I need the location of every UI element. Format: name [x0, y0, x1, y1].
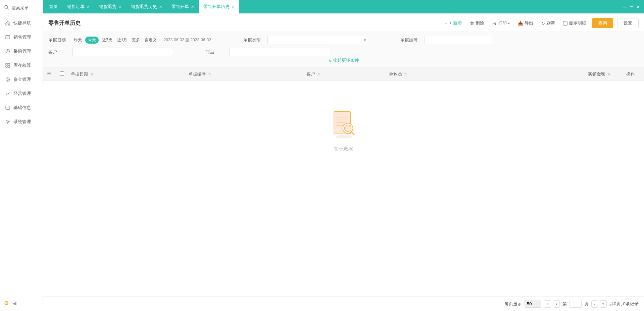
date-opt-1month[interactable]: 近1月	[116, 37, 129, 44]
content-area: 零售开单历史 ＋ + 新增 🗑 删除 🖨 打印 ▾ 📤 导出	[43, 13, 644, 311]
tab-retail-open-label: 零售开单	[171, 4, 189, 10]
doc-type-label: 单据类型	[243, 37, 262, 43]
collapse-up-icon: ∧	[328, 58, 332, 63]
inventory-icon	[5, 62, 11, 68]
delete-button[interactable]: 🗑 删除	[468, 19, 486, 28]
empty-state: 暂无数据	[43, 81, 644, 179]
date-sort-icon[interactable]: ⇅	[90, 72, 93, 76]
date-opt-7days[interactable]: 近7天	[101, 37, 114, 44]
doc-number-label: 单据编号	[400, 37, 419, 43]
svg-rect-9	[8, 66, 10, 67]
search-icon	[4, 5, 9, 11]
salesperson-sort-icon[interactable]: ⇅	[404, 72, 407, 76]
next-page-button[interactable]: ›	[591, 300, 597, 308]
column-settings[interactable]	[43, 68, 56, 81]
tab-sales-return-history-label: 销货退货历史	[131, 4, 157, 10]
sidebar-item-purchase-label: 采购管理	[13, 48, 31, 54]
tab-sales-order[interactable]: 销售订单 ✕	[62, 0, 94, 13]
filter-row-2: 客户 ... 商品 ...	[48, 48, 639, 56]
svg-point-15	[48, 73, 50, 74]
column-actions-label: 操作	[626, 71, 635, 76]
tab-retail-open-history[interactable]: 零售开单历史 ✕	[199, 0, 239, 13]
date-opt-custom[interactable]: 自定义	[143, 37, 158, 44]
sidebar-item-inventory-label: 库存核算	[13, 62, 31, 68]
customer-filter-label: 客户	[48, 49, 67, 55]
sidebar-item-sales-mgmt[interactable]: 销售管理	[0, 30, 43, 44]
date-opt-more[interactable]: 更多	[131, 37, 141, 44]
sidebar-item-purchase-mgmt[interactable]: 采购管理	[0, 44, 43, 58]
sidebar-bottom: ⚙ ◀	[0, 295, 43, 311]
sidebar-item-operations[interactable]: 经营管理	[0, 87, 43, 101]
tab-retail-open-close[interactable]: ✕	[191, 5, 194, 9]
sidebar-search[interactable]: 搜索采单	[0, 0, 43, 16]
tab-retail-open-history-close[interactable]: ✕	[232, 5, 235, 9]
page-size-select[interactable]: 50 10 20 100	[525, 300, 541, 308]
tab-home-label: 首页	[49, 4, 58, 10]
delete-icon: 🗑	[470, 21, 474, 26]
select-all-checkbox[interactable]	[60, 71, 64, 76]
first-page-button[interactable]: «	[544, 300, 551, 308]
sidebar-item-inventory[interactable]: 库存核算	[0, 58, 43, 72]
sidebar-item-quick-nav[interactable]: 快捷导航	[0, 16, 43, 30]
sidebar-item-system[interactable]: 系统管理	[0, 115, 43, 129]
tab-sales-return-close[interactable]: ✕	[118, 5, 121, 9]
prev-page-button[interactable]: ‹	[554, 300, 560, 308]
tab-home[interactable]: 首页	[44, 0, 62, 13]
column-amount-label: 实销金额	[588, 71, 605, 76]
date-opt-yesterday[interactable]: 昨天	[72, 37, 83, 44]
customer-sort-icon[interactable]: ⇅	[317, 72, 320, 76]
tab-sales-return-history[interactable]: 销货退货历史 ✕	[126, 0, 167, 13]
column-customer-label: 客户	[306, 71, 315, 76]
column-salesperson: 导购员 ⇅	[386, 68, 486, 81]
add-label: + 新增	[449, 20, 462, 26]
doc-number-input[interactable]	[425, 36, 492, 44]
customer-placeholder: ...	[76, 49, 79, 54]
window-close-icon[interactable]: ✕	[636, 4, 640, 9]
sidebar-item-finance[interactable]: 资金管理	[0, 72, 43, 87]
svg-point-16	[335, 135, 352, 139]
column-amount: 实销金额 ⇅	[486, 68, 617, 81]
column-checkbox[interactable]	[56, 68, 67, 81]
tab-sales-return-history-close[interactable]: ✕	[159, 5, 162, 9]
tab-retail-open[interactable]: 零售开单 ✕	[167, 0, 199, 13]
settings-button[interactable]: 设置	[617, 18, 639, 28]
doc-type-select[interactable]	[267, 36, 368, 44]
sales-icon	[5, 34, 11, 40]
query-button[interactable]: 查询	[592, 18, 613, 28]
collapse-filter-button[interactable]: ∧ 收起更多条件	[48, 57, 639, 63]
tab-sales-return[interactable]: 销货退货 ✕	[94, 0, 126, 13]
display-detail-button[interactable]: 显示明细	[561, 19, 588, 28]
finance-icon	[5, 76, 11, 83]
export-button[interactable]: 📤 导出	[516, 19, 535, 28]
display-detail-checkbox[interactable]	[563, 21, 567, 25]
refresh-icon: ↻	[541, 21, 545, 26]
refresh-button[interactable]: ↻ 刷新	[539, 19, 557, 28]
tab-sales-return-label: 销货退货	[99, 4, 116, 10]
svg-rect-8	[6, 66, 7, 67]
add-icon: ＋	[444, 20, 448, 26]
tab-retail-open-history-label: 零售开单历史	[203, 4, 230, 10]
page-number-input[interactable]: 1	[569, 300, 582, 308]
settings-gear-icon[interactable]: ⚙	[4, 300, 9, 306]
collapse-sidebar-icon[interactable]: ◀	[13, 301, 16, 306]
print-button[interactable]: 🖨 打印 ▾	[490, 19, 512, 28]
date-opt-today[interactable]: 今天	[85, 37, 99, 44]
amount-sort-icon[interactable]: ⇅	[607, 72, 610, 76]
pagination-bar: 每页显示 50 10 20 100 « ‹ 第 1 页 › » 共0页, 0条记…	[43, 296, 644, 311]
page-size-wrapper: 50 10 20 100	[525, 300, 541, 308]
add-button[interactable]: ＋ + 新增	[442, 19, 464, 28]
product-input-wrapper[interactable]: ...	[230, 48, 330, 56]
svg-rect-6	[6, 63, 7, 65]
tab-sales-order-close[interactable]: ✕	[87, 5, 90, 9]
total-info: 共0页, 0条记录	[609, 301, 639, 307]
window-minimize-icon[interactable]: —	[623, 4, 627, 9]
customer-input-wrapper[interactable]: ...	[72, 48, 173, 56]
sidebar-item-basic-label: 基础信息	[13, 105, 31, 111]
date-options: 昨天 今天 近7天 近1月 更多 自定义	[72, 37, 158, 44]
table-header: 单据日期 ⇅ 单据编号 ⇅ 客户 ⇅ 导购员 ⇅	[43, 68, 644, 81]
tab-sales-order-label: 销售订单	[67, 4, 85, 10]
sidebar-item-basic-info[interactable]: 基础信息	[0, 101, 43, 115]
window-restore-icon[interactable]: ▭	[630, 4, 634, 9]
last-page-button[interactable]: »	[600, 300, 607, 308]
number-sort-icon[interactable]: ⇅	[208, 72, 211, 76]
